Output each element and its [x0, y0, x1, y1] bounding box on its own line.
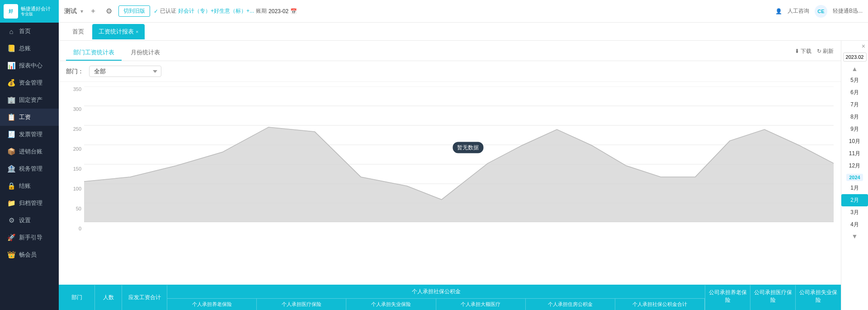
dept-filter-select[interactable]: 全部 销售部 财务部 技术部 行政部	[89, 66, 161, 77]
tax-icon: 🏦	[7, 165, 15, 173]
date-month-3[interactable]: 3月	[841, 206, 868, 219]
funds-icon: 💰	[7, 79, 15, 87]
date-month-10[interactable]: 10月	[841, 135, 868, 148]
sidebar-item-tax[interactable]: 🏦 税务管理	[0, 160, 59, 177]
date-month-9[interactable]: 9月	[841, 123, 868, 135]
sidebar-item-salary[interactable]: 📋 工资	[0, 109, 59, 126]
date-month-2-active[interactable]: 2月	[841, 194, 868, 206]
date-nav-down: ▼	[841, 231, 868, 242]
date-nav-up-button[interactable]: ▲	[848, 64, 862, 73]
chart-area: 350 300 250 200 150 100 50 0	[59, 82, 841, 285]
period-value: 2023-02	[269, 8, 288, 14]
th-company-medical: 公司承担医疗保险	[750, 285, 796, 310]
home-icon: ⌂	[7, 28, 15, 35]
sidebar-item-guide[interactable]: 🚀 新手引导	[0, 229, 59, 246]
tab-close-icon[interactable]: ×	[136, 29, 138, 34]
th-count-label: 人数	[103, 294, 114, 301]
add-button[interactable]: ＋	[87, 5, 99, 17]
date-month-12[interactable]: 12月	[841, 160, 868, 172]
sidebar-label-home: 首页	[19, 27, 31, 35]
sidebar-item-archive[interactable]: 📁 归档管理	[0, 195, 59, 212]
ai-consult-button[interactable]: 人工咨询	[788, 7, 809, 15]
th-personal-pension: 个人承担养老保险	[167, 299, 257, 310]
logo-edition: 专业版	[21, 12, 51, 17]
sidebar-item-funds[interactable]: 💰 资金管理	[0, 74, 59, 91]
main-area: 测试 ▾ ＋ ⚙ 切到旧版 ✓ 已认证 好会计（专）+好生意（标）+... 账期…	[59, 0, 868, 310]
certified-icon: ✓	[154, 8, 158, 14]
th-group-label: 个人承担社保公积金	[412, 288, 461, 295]
sidebar-item-vip[interactable]: 👑 畅会员	[0, 246, 59, 263]
sidebar-label-ledger: 总账	[19, 44, 31, 52]
download-icon: ⬇	[795, 48, 799, 54]
sidebar-item-close[interactable]: 🔒 结账	[0, 177, 59, 195]
date-month-4[interactable]: 4月	[841, 219, 868, 231]
tab-salary-report[interactable]: 工资统计报表 ×	[92, 24, 145, 39]
th-group-personal-title: 个人承担社保公积金	[167, 285, 705, 299]
th-personal-medical: 个人承担医疗保险	[257, 299, 346, 310]
username-label: 轻捷通B迅...	[833, 7, 863, 15]
vip-icon: 👑	[7, 251, 15, 259]
chart-container: 350 300 250 200 150 100 50 0	[66, 86, 834, 231]
refresh-button[interactable]: ↻ 刷新	[817, 48, 834, 55]
date-year-input[interactable]	[843, 52, 867, 62]
tabbar: 首页 工资统计报表 ×	[59, 23, 868, 41]
th-company-unemployment: 公司承担失业保险	[796, 285, 841, 310]
subtab-dept-label: 部门工资统计表	[73, 49, 114, 56]
archive-icon: 📁	[7, 199, 15, 207]
th-total-salary-label: 应发工资合计	[128, 294, 161, 301]
date-nav-down-button[interactable]: ▼	[848, 232, 862, 241]
sidebar-item-home[interactable]: ⌂ 首页	[0, 23, 59, 40]
date-month-6[interactable]: 6月	[841, 86, 868, 99]
topbar-right: 👤 人工咨询 CE 轻捷通B迅...	[775, 5, 863, 18]
sidebar-item-ledger[interactable]: 📒 总账	[0, 40, 59, 57]
date-month-11[interactable]: 11月	[841, 148, 868, 160]
settings-gear-button[interactable]: ⚙	[103, 6, 115, 16]
subtab-monthly[interactable]: 月份统计表	[123, 45, 167, 61]
certified-label: 已认证	[160, 7, 176, 15]
sidebar-label-salary: 工资	[19, 113, 31, 121]
date-month-7[interactable]: 7月	[841, 99, 868, 111]
subtab-dept[interactable]: 部门工资统计表	[66, 45, 122, 61]
tab-home[interactable]: 首页	[66, 24, 90, 39]
tags-label: 好会计（专）+好生意（标）+...	[178, 7, 254, 15]
sidebar-item-invoice[interactable]: 🧾 发票管理	[0, 126, 59, 143]
th-personal-housing: 个人承担住房公积金	[526, 299, 615, 310]
close-accounts-icon: 🔒	[7, 182, 15, 190]
date-year-2024-badge: 2024	[846, 174, 863, 181]
status-bar: ✓ 已认证 好会计（专）+好生意（标）+... 账期 2023-02 📅	[154, 7, 297, 15]
sidebar-item-sales[interactable]: 📦 进销台账	[0, 143, 59, 160]
tab-home-label: 首页	[72, 28, 84, 36]
th-group-personal-subs: 个人承担养老保险 个人承担医疗保险 个人承担失业保险 个人承担大额医疗 个人承担…	[167, 299, 705, 310]
avatar-initials: CE	[817, 9, 824, 14]
sidebar-item-assets[interactable]: 🏢 固定资产	[0, 91, 59, 109]
calendar-icon[interactable]: 📅	[290, 8, 297, 14]
sidebar-item-reports[interactable]: 📊 报表中心	[0, 57, 59, 74]
switch-version-button[interactable]: 切到旧版	[118, 5, 150, 17]
date-month-5[interactable]: 5月	[841, 74, 868, 86]
date-month-8[interactable]: 8月	[841, 111, 868, 123]
subtabs: 部门工资统计表 月份统计表 ⬇ 下载 ↻ 刷新	[59, 41, 841, 61]
content-area: 部门工资统计表 月份统计表 ⬇ 下载 ↻ 刷新	[59, 41, 868, 310]
th-dept-label: 部门	[71, 294, 82, 301]
th-dept: 部门	[59, 285, 95, 310]
chart-tooltip: 暂无数据	[453, 142, 483, 153]
date-month-1[interactable]: 1月	[841, 182, 868, 194]
main-panel: 部门工资统计表 月份统计表 ⬇ 下载 ↻ 刷新	[59, 41, 841, 310]
table-header: 部门 人数 应发工资合计 个人承担社保公积金 个人承担养老保险	[59, 285, 841, 310]
refresh-icon: ↻	[817, 48, 821, 54]
date-nav-up: ▲	[841, 63, 868, 74]
sidebar-label-assets: 固定资产	[19, 96, 42, 104]
sidebar-label-funds: 资金管理	[19, 79, 42, 87]
th-group-personal: 个人承担社保公积金 个人承担养老保险 个人承担医疗保险 个人承担失业保险 个人承…	[167, 285, 705, 310]
chart-svg-wrapper: 暂无数据	[84, 86, 834, 222]
date-sidebar-close-button[interactable]: ×	[859, 41, 868, 52]
subtab-actions: ⬇ 下载 ↻ 刷新	[795, 48, 834, 59]
th-company-pension: 公司承担养老保险	[705, 285, 750, 310]
sales-icon: 📦	[7, 148, 15, 156]
project-dropdown-icon[interactable]: ▾	[80, 8, 83, 14]
ledger-icon: 📒	[7, 44, 15, 52]
sidebar-label-sales: 进销台账	[19, 148, 42, 156]
sidebar-item-settings[interactable]: ⚙ 设置	[0, 212, 59, 229]
sidebar-label-settings: 设置	[19, 216, 31, 224]
download-button[interactable]: ⬇ 下载	[795, 48, 811, 55]
